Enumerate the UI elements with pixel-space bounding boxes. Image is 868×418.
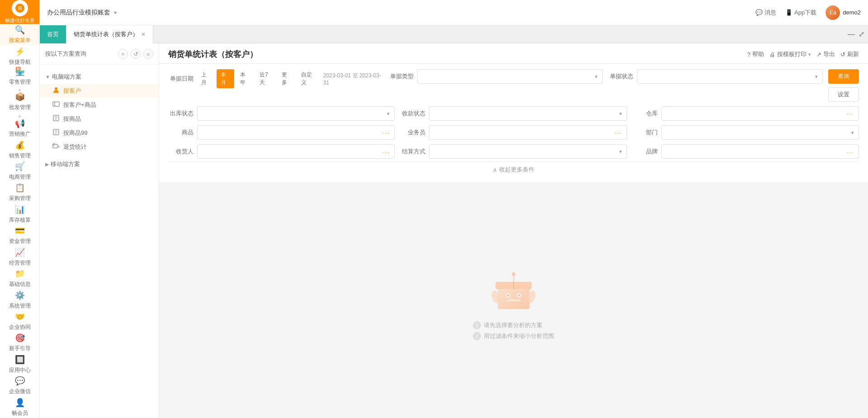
wholesale-icon: 📦 [15,92,25,102]
wechat-icon: 💬 [15,376,25,386]
page-title: 销货单统计表（按客户） [168,49,258,60]
type-label: 单据类型 [388,72,414,81]
ecommerce-icon: 🛒 [15,162,25,171]
system-icon: ⚙️ [15,290,25,300]
empty-state: 1 请先选择要分析的方案 2 用过滤条件来缩小分析范围 [159,183,868,418]
template-print-button[interactable]: 🖨 按模板打印 ▾ [769,50,811,58]
date-chip-this-year[interactable]: 本年 [236,69,254,88]
sidebar-item-basic[interactable]: 📁 基础信息 [0,268,39,289]
message-icon: 💬 [755,9,763,16]
sidebar-item-ecommerce[interactable]: 🛒 电商管理 [0,161,39,182]
status-select[interactable]: ▾ [637,69,823,84]
warehouse-dots-icon: ··· [846,110,854,117]
user-avatar[interactable]: Ea [826,5,840,20]
enterprise-icon: 🤝 [15,312,25,322]
salesman-select[interactable]: ··· [429,125,627,140]
content-area: 按以下方案查询 + ↺ « ▼ 电脑端方案 [40,43,868,418]
date-chip-last-month[interactable]: 上月 [197,69,215,88]
sidebar-item-wholesale[interactable]: 📦 批发管理 ▲ [0,92,39,118]
collapse-panel-button[interactable]: « [143,49,153,59]
receiver-dots-icon: ··· [382,148,390,155]
sidebar-item-wechat[interactable]: 💬 企业微信 [0,375,39,396]
sidebar-item-retail[interactable]: 🏪 零售管理 ▼ [0,67,39,92]
refresh-icon: ↺ [133,51,138,57]
tab-sales-stats[interactable]: 销货单统计表（按客户） ✕ [66,25,153,43]
tree-item-by-goods[interactable]: 按商品 [40,112,159,126]
sidebar-item-operations[interactable]: 📈 经营管理 [0,247,39,268]
username-label: demo2 [843,9,861,16]
tree-group-mobile-label: 移动端方案 [51,160,80,168]
sidebar-item-marketing[interactable]: 📢 营销推广 [0,118,39,139]
topbar-dropdown-arrow[interactable]: ▾ [114,10,117,16]
warehouse-select[interactable]: ··· [661,106,859,121]
payment-status-select[interactable]: ▾ [429,106,627,121]
sidebar-item-search[interactable]: 🔍 搜索菜单 [0,24,39,45]
member-icon: 👤 [15,398,25,408]
sidebar-item-apps[interactable]: 🔲 应用中心 [0,354,39,375]
refresh-scheme-button[interactable]: ↺ [131,49,141,59]
goods-select[interactable]: ··· [197,125,395,140]
sidebar-item-purchase[interactable]: 📋 采购管理 [0,182,39,203]
settings-button[interactable]: 设置 [828,87,859,102]
tree-item-by-customer-goods[interactable]: 按客户+商品 [40,98,159,112]
left-panel-actions: + ↺ « [118,49,153,59]
user-area[interactable]: Ea demo2 [826,5,861,20]
tree-item-return-stats[interactable]: 退货统计 [40,140,159,154]
dept-label: 部门 [632,128,658,137]
type-select[interactable]: ▾ [417,69,603,84]
tab-close-button[interactable]: ✕ [141,31,146,38]
date-label: 单据日期 [168,75,193,83]
app-logo[interactable]: 畅捷信好生意 [0,0,39,24]
sidebar-item-newuser[interactable]: 🎯 新手引导 [0,332,39,353]
quicknav-icon: ⚡ [15,47,25,57]
tab-maximize-button[interactable]: ⤢ [859,30,864,38]
collapse-more-button[interactable]: ∧ 收起更多条件 [168,162,859,177]
app-download-button[interactable]: 📱 App下载 [785,9,816,17]
messages-button[interactable]: 💬 消息 [755,9,776,17]
marketing-icon: 📢 [15,119,25,128]
receiver-label: 收货人 [168,147,193,156]
retail-icon: 🏪 [15,66,25,76]
export-button[interactable]: ↗ 导出 [816,50,835,58]
tab-home[interactable]: 首页 [40,25,66,43]
brand-dots-icon: ··· [846,148,854,155]
app-name: 畅捷信好生意 [5,17,35,24]
action-buttons: 查询 设置 [828,69,859,102]
right-content: 销货单统计表（按客户） ? 帮助 🖨 按模板打印 ▾ ↗ 导出 [159,43,868,418]
date-chip-more[interactable]: 更多 [278,69,295,88]
purchase-icon: 📋 [15,183,25,193]
add-scheme-button[interactable]: + [118,49,128,59]
sidebar-item-quick-nav[interactable]: ⚡ 快捷导航 [0,45,39,66]
refresh-header-icon: ↺ [840,51,845,58]
svg-rect-20 [507,299,520,301]
by-customer-goods-icon [52,100,60,109]
date-chip-custom[interactable]: 自定义 [297,69,320,88]
brand-select[interactable]: ··· [661,144,859,159]
sidebar-item-sales[interactable]: 💰 销售管理 [0,139,39,160]
date-filter: 上月 本月 本年 近7天 更多 自定义 [197,69,320,88]
sidebar-item-system[interactable]: ⚙️ 系统管理 [0,289,39,310]
sidebar-item-enterprise[interactable]: 🤝 企业协同 [0,311,39,332]
page-header: 销货单统计表（按客户） ? 帮助 🖨 按模板打印 ▾ ↗ 导出 [159,43,868,64]
out-status-select[interactable]: ▾ [197,106,395,121]
date-chip-this-month[interactable]: 本月 [217,69,234,88]
tree-chevron-icon: ▼ [45,74,50,80]
tab-minimize-button[interactable]: — [848,30,855,38]
tree-item-by-customer[interactable]: 按客户 [40,84,159,98]
settlement-select[interactable]: ▾ [429,144,627,159]
sidebar-item-finance[interactable]: 💳 资金管理 [0,225,39,246]
date-chip-7days[interactable]: 近7天 [255,69,276,88]
topbar-title: 办公用品行业模拟账套 [47,9,110,17]
tree-group-mobile: ▶ 移动端方案 [40,156,159,173]
query-button[interactable]: 查询 [828,69,859,84]
help-button[interactable]: ? 帮助 [747,50,764,58]
sidebar-item-inventory[interactable]: 📊 库存核算 [0,204,39,225]
tree-group-desktop-header[interactable]: ▼ 电脑端方案 [40,70,159,84]
sidebar-item-member[interactable]: 👤 畅会员 [0,397,39,418]
receiver-select[interactable]: ··· [197,144,395,159]
tree-group-mobile-header[interactable]: ▶ 移动端方案 [40,157,159,171]
refresh-button[interactable]: ↺ 刷新 [840,50,859,58]
tree-item-by-goods-99[interactable]: 按商品99 [40,126,159,140]
salesman-dots-icon: ··· [614,129,622,136]
dept-select[interactable]: ▾ [661,125,859,140]
